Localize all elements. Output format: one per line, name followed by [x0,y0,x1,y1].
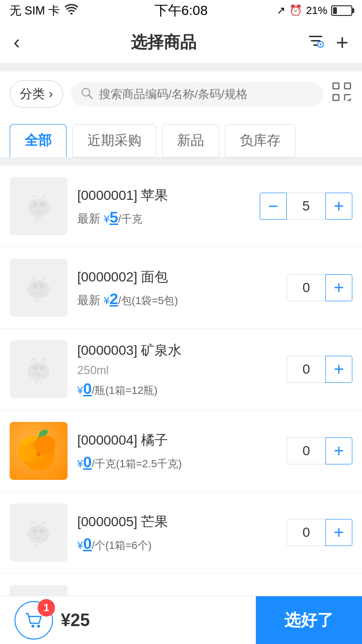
tab-all[interactable]: 全部 [10,124,67,157]
status-bar: 无 SIM 卡 下午6:08 ↗ ⏰ 21% [0,0,362,21]
tab-recent[interactable]: 近期采购 [72,124,156,157]
product-item-0000002: 智十 [0000002] 面包 最新 ¥2/包(1袋=5包) + [0,247,362,329]
quantity-input-0000001[interactable] [287,193,325,220]
product-item-0000001: 智十 [0000001] 苹果 最新 ¥5/千克 − + [0,166,362,247]
quantity-ctrl-0000002: + [287,274,352,301]
back-button[interactable]: ‹ [14,31,20,53]
bottom-bar: 1 ¥25 选好了 [0,596,362,644]
decrease-btn-0000001[interactable]: − [260,193,287,220]
svg-point-18 [34,203,36,206]
nav-bar: ‹ 选择商品 + [0,21,362,64]
tab-negative[interactable]: 负库存 [225,124,295,157]
filter-icon[interactable] [307,32,324,53]
product-item-0000004: [0000004] 橘子 ¥0/千克(1箱=2.5千克) + [0,410,362,492]
product-image-0000005: 智十 [10,504,68,561]
quantity-ctrl-0000005: + [287,519,352,546]
svg-point-15 [28,198,50,217]
svg-point-55 [31,625,34,628]
product-image-0000001: 智十 [10,177,68,235]
tab-new[interactable]: 新品 [162,124,219,157]
svg-rect-8 [333,83,339,89]
quantity-input-0000004[interactable] [287,437,325,464]
svg-point-30 [34,366,36,369]
quantity-ctrl-0000001: − + [260,193,352,220]
svg-rect-0 [309,36,322,37]
carrier-label: 无 SIM 卡 [10,3,60,18]
product-image-0000002: 智十 [10,259,68,317]
svg-point-40 [28,525,50,544]
quantity-input-0000005[interactable] [287,519,325,546]
search-input[interactable] [99,87,314,101]
svg-point-21 [28,280,50,299]
cart-button[interactable]: 1 [14,601,53,640]
search-bar[interactable] [71,82,323,106]
product-info-0000005: [0000005] 芒果 ¥0/个(1箱=6个) [77,513,277,553]
location-icon: ↗ [277,4,285,17]
svg-point-24 [34,285,36,287]
increase-btn-0000003[interactable]: + [325,356,352,383]
search-icon [81,87,93,101]
tab-bar: 全部 近期采购 新品 负库存 [0,116,362,158]
nav-right: + [307,30,348,55]
product-image-0000003: 智十 [10,340,68,398]
product-info-0000003: [0000003] 矿泉水 250ml ¥0/瓶(1箱=12瓶) [77,341,277,398]
svg-point-25 [41,285,43,287]
svg-point-37 [18,445,35,462]
cart-section: 1 ¥25 [0,601,256,640]
increase-btn-0000005[interactable]: + [325,519,352,546]
cart-badge: 1 [38,599,55,616]
svg-rect-10 [333,95,339,100]
increase-btn-0000001[interactable]: + [325,193,352,220]
increase-btn-0000002[interactable]: + [325,274,352,301]
product-list: 智十 [0000001] 苹果 最新 ¥5/千克 − + [0,166,362,644]
quantity-ctrl-0000003: + [287,356,352,383]
product-price-0000004: ¥0/千克(1箱=2.5千克) [77,453,277,471]
product-spec-0000003: 250ml [77,364,277,377]
total-price: ¥25 [61,610,90,630]
category-label: 分类 [20,85,45,102]
divider-1 [0,64,362,71]
svg-point-27 [28,362,50,380]
svg-point-31 [41,366,43,369]
battery-icon [331,5,352,16]
quantity-input-0000003[interactable] [287,356,325,383]
wifi-icon [65,4,78,17]
increase-btn-0000004[interactable]: + [325,437,352,464]
confirm-button[interactable]: 选好了 [256,596,362,644]
product-info-0000004: [0000004] 橘子 ¥0/千克(1箱=2.5千克) [77,431,277,471]
category-button[interactable]: 分类 › [10,80,63,108]
product-name-0000002: [0000002] 面包 [77,268,277,286]
chevron-right-icon: › [49,86,53,101]
product-name-0000003: [0000003] 矿泉水 [77,341,277,360]
svg-point-43 [34,530,36,532]
svg-line-7 [89,95,92,98]
product-price-0000001: 最新 ¥5/千克 [77,209,250,226]
product-info-0000001: [0000001] 苹果 最新 ¥5/千克 [77,186,250,226]
product-item-0000003: 智十 [0000003] 矿泉水 250ml ¥0/瓶(1箱=12瓶) + [0,329,362,410]
battery-percent: 21% [306,4,327,17]
add-icon[interactable]: + [336,30,348,55]
product-item-0000005: 智十 [0000005] 芒果 ¥0/个(1箱=6个) + [0,492,362,574]
product-price-0000002: 最新 ¥2/包(1袋=5包) [77,290,277,308]
alarm-icon: ⏰ [289,4,302,17]
svg-text:智十: 智十 [34,298,42,303]
status-left: 无 SIM 卡 [10,3,78,18]
quantity-input-0000002[interactable] [287,274,325,301]
svg-text:智十: 智十 [34,543,42,548]
product-info-0000002: [0000002] 面包 最新 ¥2/包(1袋=5包) [77,268,277,308]
svg-rect-9 [345,83,350,89]
nav-left: ‹ [14,31,20,53]
svg-point-36 [34,435,56,454]
status-right: ↗ ⏰ 21% [277,4,352,17]
product-price-0000005: ¥0/个(1箱=6个) [77,535,277,553]
scan-icon[interactable] [331,81,352,107]
product-name-0000004: [0000004] 橘子 [77,431,277,449]
svg-point-39 [37,452,41,456]
quantity-ctrl-0000004: + [287,437,352,464]
product-name-0000001: [0000001] 苹果 [77,186,250,205]
svg-text:智十: 智十 [34,217,42,222]
svg-point-44 [41,530,43,532]
product-image-0000004 [10,422,68,480]
svg-rect-1 [311,40,320,42]
filter-bar: 分类 › [0,71,362,116]
